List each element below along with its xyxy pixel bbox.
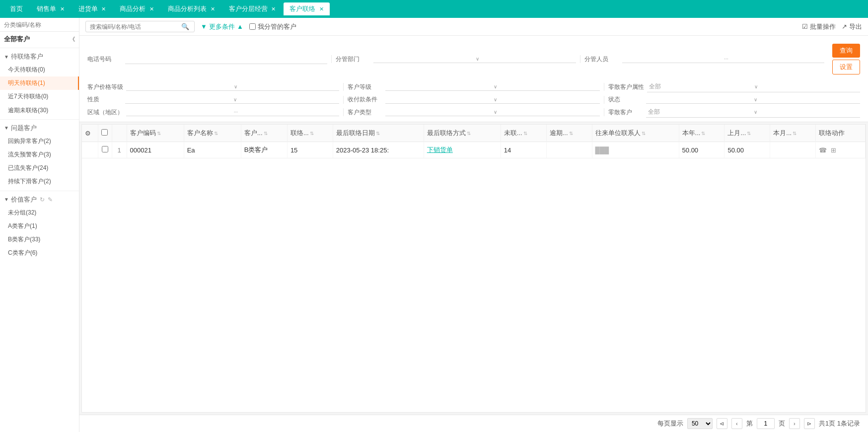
per-page-select[interactable]: 50 100 200: [687, 418, 713, 429]
row-name[interactable]: Ea: [184, 142, 241, 158]
sidebar-item-overdue[interactable]: 逾期未联络(30): [0, 104, 79, 117]
next-page-btn[interactable]: ›: [789, 418, 800, 429]
filter-person: 分管人员 ···: [584, 55, 824, 64]
nav-item-customer-tier[interactable]: 客户分层经营 ✕: [223, 2, 282, 15]
sidebar-item-class-b[interactable]: B类客户(33): [0, 233, 79, 246]
sidebar-all-customers[interactable]: 全部客户 《: [0, 32, 79, 46]
sidebar-item-churn-warning[interactable]: 流失预警客户(3): [0, 148, 79, 161]
batch-action-btn[interactable]: ☑ 批量操作: [802, 22, 836, 31]
filter-divider-7: [343, 108, 344, 116]
sidebar-item-today[interactable]: 今天待联络(0): [0, 63, 79, 76]
action-phone-icon[interactable]: ☎: [819, 146, 827, 154]
row-num: 1: [112, 142, 127, 158]
sidebar-item-abnormal[interactable]: 回购异常客户(2): [0, 135, 79, 148]
filter-divider-4: [604, 83, 604, 91]
nav-close-analysis[interactable]: ✕: [149, 6, 154, 12]
th-checkbox[interactable]: [98, 125, 112, 142]
row-select-checkbox[interactable]: [102, 146, 108, 152]
sidebar-item-churned[interactable]: 已流失客户(24): [0, 161, 79, 175]
sidebar-item-ungrouped[interactable]: 未分组(32): [0, 206, 79, 219]
prev-page-btn[interactable]: ‹: [731, 418, 742, 429]
filter-status: 状态 ∨: [608, 95, 860, 104]
query-btn[interactable]: 查询: [832, 44, 860, 58]
filter-customer-level-label: 客户等级: [348, 83, 382, 91]
filter-customer-level: 客户等级 ∨: [348, 83, 599, 91]
sidebar-item-7days[interactable]: 近7天待联络(0): [0, 90, 79, 103]
row-type: B类客户: [241, 142, 287, 158]
settings-btn[interactable]: 设置: [832, 60, 860, 74]
action-grid-icon[interactable]: ⊞: [831, 146, 836, 154]
nav-item-sales[interactable]: 销售单 ✕: [31, 2, 71, 15]
my-customer-check[interactable]: [249, 23, 256, 30]
filter-retail-select[interactable]: 全部 ∨: [646, 107, 860, 118]
th-not-contacted[interactable]: 未联...⇅: [501, 125, 546, 142]
filter-customer-level-select[interactable]: ∨: [385, 83, 599, 91]
th-year[interactable]: 本年...⇅: [679, 125, 724, 142]
nav-close-customer-contact[interactable]: ✕: [319, 6, 324, 12]
th-gear[interactable]: ⚙: [82, 125, 98, 142]
last-page-btn[interactable]: ⊳: [804, 418, 815, 429]
filter-divider-3: [343, 83, 344, 91]
sidebar-item-tomorrow[interactable]: 明天待联络(1): [0, 76, 79, 90]
row-code[interactable]: 000021: [127, 142, 184, 158]
filter-status-select[interactable]: ∨: [646, 96, 860, 104]
sidebar-item-class-c[interactable]: C类客户(6): [0, 246, 79, 260]
filter-row-1: 电话号码 分管部门 ∨ 分管人员 ···: [87, 40, 860, 78]
nav-close-sales[interactable]: ✕: [60, 6, 65, 12]
top-navigation: 首页 销售单 ✕ 进货单 ✕ 商品分析 ✕ 商品分析列表 ✕ 客户分层经营 ✕ …: [0, 0, 868, 18]
th-contact[interactable]: 联络...⇅: [287, 125, 333, 142]
th-name[interactable]: 客户名称⇅: [184, 125, 241, 142]
filter-retail-attr-select[interactable]: 全部 ∨: [647, 81, 860, 92]
filter-phone-label: 电话号码: [87, 55, 122, 64]
filter-area: 区域（地区） ···: [87, 108, 339, 117]
sidebar-pending-group[interactable]: ▼ 待联络客户: [0, 50, 79, 63]
nav-item-analysis[interactable]: 商品分析 ✕: [114, 2, 160, 15]
th-overdue[interactable]: 逾期...⇅: [546, 125, 592, 142]
filter-customer-type-label: 客户类型: [348, 108, 382, 117]
select-all-checkbox[interactable]: [101, 129, 108, 136]
filter-dept-select[interactable]: ∨: [373, 55, 576, 63]
filter-divider-8: [604, 108, 604, 116]
nav-close-customer-tier[interactable]: ✕: [271, 6, 276, 12]
th-last-date[interactable]: 最后联络日期⇅: [333, 125, 424, 142]
filter-gender-select[interactable]: ∨: [125, 96, 339, 104]
filter-area-select[interactable]: ···: [126, 108, 339, 116]
nav-close-analysis-list[interactable]: ✕: [211, 6, 215, 12]
filter-person-label: 分管人员: [584, 55, 619, 64]
th-type[interactable]: 客户...⇅: [241, 125, 287, 142]
nav-item-analysis-list[interactable]: 商品分析列表 ✕: [162, 2, 221, 15]
main-search-icon[interactable]: 🔍: [181, 23, 189, 30]
row-last-method[interactable]: 下销货单: [424, 142, 501, 158]
sidebar-problem-group[interactable]: ▼ 问题客户: [0, 122, 79, 135]
row-action: ☎ ⊞: [816, 142, 866, 158]
first-page-btn[interactable]: ⊲: [717, 418, 727, 429]
filter-person-select[interactable]: ···: [622, 55, 824, 63]
filter-dept: 分管部门 ∨: [336, 55, 576, 64]
nav-item-purchase[interactable]: 进货单 ✕: [72, 2, 112, 15]
th-unit-contact[interactable]: 往来单位联系人⇅: [592, 125, 679, 142]
filter-phone-input[interactable]: [125, 55, 327, 64]
filter-customer-type-select[interactable]: ∨: [385, 108, 599, 116]
nav-home[interactable]: 首页: [4, 2, 29, 15]
nav-item-customer-contact[interactable]: 客户联络 ✕: [284, 2, 330, 15]
sidebar-item-class-a[interactable]: A类客户(1): [0, 219, 79, 233]
sidebar-search-input[interactable]: [4, 21, 78, 28]
filter-customer-value-select[interactable]: ∨: [126, 83, 339, 91]
my-customer-checkbox[interactable]: 我分管的客户: [249, 22, 296, 31]
content-area: 🔍 ▼ 更多条件 ▲ 我分管的客户 ☑ 批量操作 ↗ 导出: [79, 18, 868, 432]
sidebar-item-declining[interactable]: 持续下滑客户(2): [0, 175, 79, 188]
page-input[interactable]: [757, 418, 775, 429]
filter-phone: 电话号码: [87, 55, 327, 64]
filter-payment-select[interactable]: ∨: [385, 96, 599, 104]
more-filter-btn[interactable]: ▼ 更多条件 ▲: [201, 22, 243, 31]
nav-close-purchase[interactable]: ✕: [101, 6, 106, 12]
th-last-month[interactable]: 上月...⇅: [724, 125, 770, 142]
th-this-month[interactable]: 本月...⇅: [770, 125, 816, 142]
row-checkbox[interactable]: [98, 142, 112, 158]
row-overdue: [546, 142, 592, 158]
export-btn[interactable]: ↗ 导出: [842, 22, 862, 31]
th-last-method[interactable]: 最后联络方式⇅: [424, 125, 501, 142]
main-search-input[interactable]: [90, 23, 179, 30]
th-code[interactable]: 客户编码⇅: [127, 125, 184, 142]
sidebar-value-group[interactable]: ▼ 价值客户 ↻ ✎: [0, 193, 79, 206]
